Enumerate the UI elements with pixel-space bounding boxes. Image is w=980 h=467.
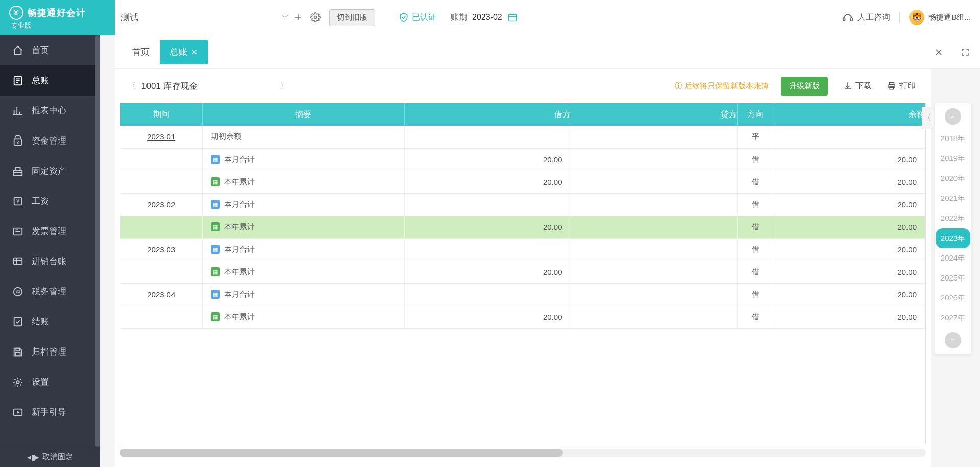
summary-badge-icon: ▦ — [211, 312, 220, 321]
download-button[interactable]: 下载 — [843, 81, 872, 91]
year-scroll-down-icon[interactable]: ﹀ — [945, 332, 961, 348]
add-button[interactable] — [289, 9, 307, 26]
svg-rect-27 — [14, 258, 22, 264]
cell-balance: 20.00 — [774, 238, 925, 261]
year-option[interactable]: 2021年 — [936, 189, 970, 208]
cell-summary: ▦本月合计 — [202, 238, 404, 261]
table-row: ▦本年累计20.00借20.00 — [120, 261, 925, 283]
tab-ledger[interactable]: 总账 ✕ — [160, 40, 208, 64]
sidebar-item-1[interactable]: 总账 — [0, 65, 100, 96]
next-account-button[interactable]: 〉 — [278, 79, 291, 92]
sidebar-icon: ¥ — [12, 135, 23, 147]
cell-balance: 20.00 — [774, 261, 925, 283]
sidebar-icon — [12, 105, 23, 116]
svg-point-35 — [16, 381, 19, 384]
scrollbar-thumb[interactable] — [120, 449, 563, 457]
sidebar-item-11[interactable]: 设置 — [0, 367, 100, 397]
cell-summary: ▦本年累计 — [202, 171, 404, 193]
verified-label: 已认证 — [412, 12, 436, 23]
cell-period — [120, 216, 202, 238]
svg-rect-32 — [14, 317, 22, 326]
year-option[interactable]: 2024年 — [936, 248, 970, 268]
cell-summary: ▦本年累计 — [202, 306, 404, 328]
th-credit: 贷方 — [571, 103, 737, 126]
period-value: 2023-02 — [472, 13, 502, 22]
sidebar-item-12[interactable]: 新手引导 — [0, 397, 100, 427]
sidebar-icon — [12, 226, 23, 237]
year-option[interactable]: 2022年 — [936, 208, 970, 228]
svg-text:¥: ¥ — [16, 140, 19, 145]
cell-debit: 20.00 — [404, 306, 571, 328]
year-option[interactable]: 2018年 — [936, 129, 970, 149]
sidebar-item-2[interactable]: 报表中心 — [0, 96, 100, 126]
user-menu[interactable]: 🐯 畅捷通B组... — [909, 10, 971, 25]
sidebar-item-9[interactable]: 结账 — [0, 307, 100, 337]
unpin-button[interactable]: ◂▮▸ 取消固定 — [0, 447, 100, 467]
sidebar-item-7[interactable]: 进销台账 — [0, 246, 100, 276]
prev-account-button[interactable]: 〈 — [125, 79, 138, 92]
info-icon: ⓘ — [675, 81, 682, 91]
sidebar-item-5[interactable]: ¥工资 — [0, 186, 100, 216]
svg-text:¥: ¥ — [16, 198, 19, 204]
year-option[interactable]: 2026年 — [936, 288, 970, 308]
cell-balance: 20.00 — [774, 193, 925, 216]
cell-period: 2023-01 — [120, 126, 202, 148]
sidebar-item-8[interactable]: 税税务管理 — [0, 276, 100, 307]
consult-button[interactable]: 人工咨询 — [842, 12, 890, 23]
cell-balance: 20.00 — [774, 306, 925, 328]
sidebar-item-6[interactable]: 发票管理 — [0, 216, 100, 246]
horizontal-scrollbar[interactable] — [120, 449, 926, 457]
upgrade-button[interactable]: 升级新版 — [781, 77, 828, 96]
cell-balance — [774, 126, 925, 148]
sidebar-item-0[interactable]: 首页 — [0, 35, 100, 65]
old-version-button[interactable]: 切到旧版 — [329, 9, 375, 26]
year-option[interactable]: 2019年 — [936, 149, 970, 169]
year-option[interactable]: 2025年 — [936, 268, 970, 288]
cell-debit — [404, 193, 571, 216]
sidebar-icon — [12, 377, 23, 388]
cell-direction: 平 — [737, 126, 774, 148]
summary-text: 本月合计 — [224, 245, 255, 254]
calendar-icon[interactable] — [507, 12, 518, 22]
summary-badge-icon: ▦ — [211, 177, 220, 186]
period-link[interactable]: 2023-03 — [147, 245, 175, 254]
period-link[interactable]: 2023-02 — [147, 200, 175, 209]
svg-rect-33 — [16, 348, 19, 351]
sidebar-item-3[interactable]: ¥资金管理 — [0, 126, 100, 156]
accounting-period: 账期 2023-02 — [451, 12, 518, 23]
tab-close-icon[interactable]: ✕ — [191, 48, 198, 56]
tab-close-all-icon[interactable] — [931, 44, 946, 60]
settings-button[interactable] — [307, 9, 324, 26]
tab-home[interactable]: 首页 — [122, 40, 160, 64]
svg-rect-20 — [15, 167, 20, 170]
sidebar-item-4[interactable]: 固定资产 — [0, 156, 100, 186]
cell-credit — [571, 148, 737, 171]
cell-direction: 借 — [737, 171, 774, 193]
sidebar-item-10[interactable]: 归档管理 — [0, 337, 100, 367]
sidebar-item-label: 发票管理 — [32, 225, 66, 237]
period-link[interactable]: 2023-04 — [147, 290, 175, 299]
account-title[interactable]: 1001 库存现金 — [141, 80, 198, 92]
cell-credit — [571, 126, 737, 148]
svg-point-2 — [314, 16, 317, 19]
company-name: 测试 — [121, 12, 138, 24]
table-row: ▦本月合计20.00借20.00 — [120, 148, 925, 171]
year-option[interactable]: 2023年 — [936, 228, 970, 248]
year-option[interactable]: 2020年 — [936, 169, 970, 189]
th-balance: 余额 — [774, 103, 925, 126]
sidebar-icon — [12, 316, 23, 328]
period-link[interactable]: 2023-01 — [147, 132, 175, 141]
company-selector[interactable]: 测试 ﹀ — [121, 12, 289, 24]
collapse-year-rail-button[interactable]: 〈 — [922, 107, 933, 129]
summary-badge-icon: ▦ — [211, 290, 220, 299]
cell-debit: 20.00 — [404, 261, 571, 283]
print-button[interactable]: 打印 — [887, 81, 916, 91]
brand-edition: 专业版 — [11, 21, 115, 30]
year-option[interactable]: 2027年 — [936, 308, 970, 328]
fullscreen-icon[interactable] — [958, 44, 973, 60]
year-scroll-up-icon[interactable]: ︿ — [945, 108, 961, 125]
cell-credit — [571, 193, 737, 216]
sidebar-scrollbar[interactable] — [95, 35, 100, 447]
cell-summary: ▦本月合计 — [202, 283, 404, 306]
period-label: 账期 — [451, 12, 467, 23]
